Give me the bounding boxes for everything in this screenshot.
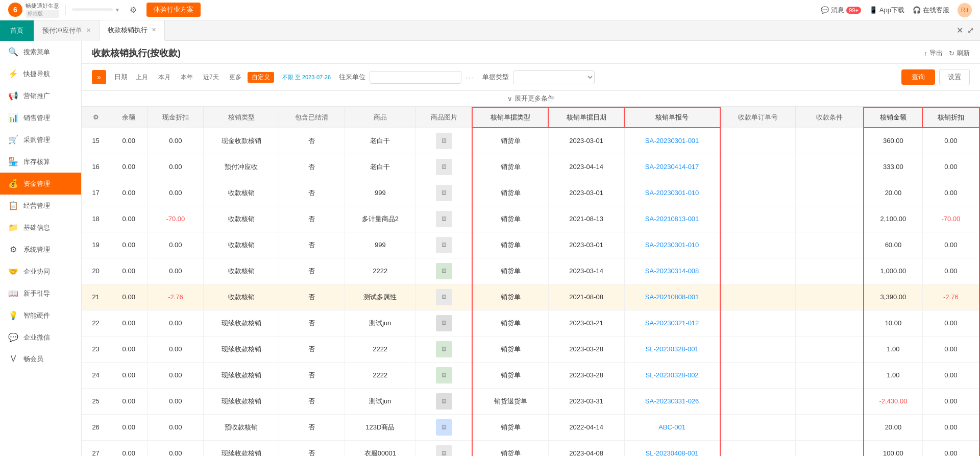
cell-settings-0: 15 <box>82 128 110 154</box>
cell-cancel_amount-8: 1.00 <box>864 336 922 362</box>
content-area: 收款核销执行(按收款) ↑ 导出 ↻ 刷新 » 日期 上月 本月 本 <box>82 41 980 456</box>
product-thumb: 🖼 <box>436 211 452 227</box>
sidebar-item-5[interactable]: 🏪库存核算 <box>0 151 81 173</box>
app-download-button[interactable]: 📱 App下载 <box>869 6 904 15</box>
chevron-down-icon[interactable]: ▼ <box>115 7 120 13</box>
cell-receipt_bill_date-11: 2022-04-14 <box>548 414 624 440</box>
cell-receipt_bill_date-2: 2023-03-01 <box>548 180 624 206</box>
tab-prepay[interactable]: 预付冲应付单 ✕ <box>34 20 100 41</box>
receipt-type-select[interactable] <box>513 70 595 84</box>
bill-no-link[interactable]: SA-20210813-001 <box>645 215 699 223</box>
cell-receipt_condition-11 <box>796 414 864 440</box>
sidebar-item-0[interactable]: 🔍搜索菜单 <box>0 41 81 63</box>
brand-label: 标准版 <box>26 10 59 18</box>
close-all-icon[interactable]: ✕ <box>957 26 963 35</box>
home-tab-label: 首页 <box>10 26 23 35</box>
app-download-label: App下载 <box>879 6 904 15</box>
cell-settings-12: 27 <box>82 440 110 456</box>
sidebar-item-4[interactable]: 🛒采购管理 <box>0 129 81 151</box>
online-service-button[interactable]: 🎧 在线客服 <box>913 6 949 15</box>
from-unit-input[interactable] <box>370 71 461 84</box>
tab-receipt-cancel[interactable]: 收款核销执行 ✕ <box>100 20 165 41</box>
this-year-btn[interactable]: 本年 <box>177 72 197 83</box>
cell-settings-4: 19 <box>82 232 110 258</box>
main-table: ⚙余额现金折扣核销类型包含已结清商品商品图片核销单据类型核销单据日期核销单报号收… <box>82 107 980 456</box>
bill-no-link[interactable]: SL-20230328-001 <box>646 345 699 353</box>
receipt-cancel-tab-close-icon[interactable]: ✕ <box>152 27 156 33</box>
cell-settings-9: 24 <box>82 362 110 388</box>
settings-button[interactable]: 设置 <box>939 69 970 85</box>
cell-settings-5: 20 <box>82 258 110 284</box>
cell-balance-5: 0.00 <box>110 258 148 284</box>
message-badge: 99+ <box>846 7 861 14</box>
cell-cash_discount-5: 0.00 <box>148 258 204 284</box>
bill-no-link[interactable]: SA-20230301-001 <box>645 137 699 145</box>
expand-conditions-button[interactable]: ∨ 展开更多条件 <box>507 94 554 103</box>
bill-no-link[interactable]: SA-20230414-017 <box>645 163 699 171</box>
cell-cash_discount-4: 0.00 <box>148 232 204 258</box>
bill-no-link[interactable]: SL-20230408-001 <box>646 449 699 456</box>
main-layout: 🔍搜索菜单⚡快捷导航📢营销推广📊销售管理🛒采购管理🏪库存核算💰资金管理📋经营管理… <box>0 41 980 456</box>
maximize-icon[interactable]: ⤢ <box>967 26 974 35</box>
query-button[interactable]: 查询 <box>901 69 935 85</box>
cell-settings-2: 17 <box>82 180 110 206</box>
message-button[interactable]: 💬 消息 99+ <box>821 6 861 15</box>
tab-home[interactable]: 首页 <box>0 20 34 41</box>
last-7days-btn[interactable]: 近7天 <box>199 72 223 83</box>
filter-toggle-button[interactable]: » <box>92 70 106 84</box>
prepay-tab-close-icon[interactable]: ✕ <box>86 27 91 34</box>
bill-no-link[interactable]: SA-20230301-010 <box>645 189 699 197</box>
gear-button[interactable]: ⚙ <box>126 3 140 17</box>
cell-receipt_bill_type-7: 销货单 <box>472 310 548 336</box>
refresh-button[interactable]: ↻ 刷新 <box>949 49 970 58</box>
product-thumb: 🖼 <box>436 289 452 305</box>
cell-cancel_discount-4: 0.00 <box>922 232 979 258</box>
custom-date-btn[interactable]: 自定义 <box>248 72 274 83</box>
phone-icon: 📱 <box>869 6 877 14</box>
this-month-btn[interactable]: 本月 <box>154 72 175 83</box>
export-button[interactable]: ↑ 导出 <box>924 49 943 58</box>
cell-cash_discount-2: 0.00 <box>148 180 204 206</box>
sidebar-item-7[interactable]: 📋经营管理 <box>0 195 81 217</box>
cell-product_image-5: 🖼 <box>415 258 472 284</box>
cell-cancel_discount-7: 0.00 <box>922 310 979 336</box>
sidebar-item-6[interactable]: 💰资金管理 <box>0 173 81 195</box>
bill-no-link[interactable]: SA-20210808-001 <box>645 293 699 301</box>
industry-solution-button[interactable]: 体验行业方案 <box>146 3 201 17</box>
bill-no-link[interactable]: SA-20230331-026 <box>645 397 699 405</box>
cell-balance-12: 0.00 <box>110 440 148 456</box>
date-range-display: 不限 至 2023-07-26 <box>282 74 331 81</box>
more-date-btn[interactable]: 更多 <box>225 72 246 83</box>
col-header-receipt_condition: 收款条件 <box>796 107 864 128</box>
cell-receipt_order_no-5 <box>720 258 796 284</box>
sidebar-item-10[interactable]: 🤝企业协同 <box>0 260 81 282</box>
bill-no-link[interactable]: ABC-001 <box>658 423 685 431</box>
cell-receipt_condition-3 <box>796 206 864 232</box>
from-unit-filter-group: 往来单位 ··· <box>339 71 474 84</box>
sidebar-item-8[interactable]: 📁基础信息 <box>0 217 81 238</box>
sidebar-item-9[interactable]: ⚙系统管理 <box>0 238 81 260</box>
bill-no-link[interactable]: SL-20230328-002 <box>646 371 699 379</box>
avatar[interactable]: Rit <box>958 3 972 17</box>
sidebar-item-2[interactable]: 📢营销推广 <box>0 85 81 107</box>
bill-no-link[interactable]: SA-20230314-008 <box>645 267 699 275</box>
cell-include_settled-0: 否 <box>279 128 345 154</box>
sidebar-item-1[interactable]: ⚡快捷导航 <box>0 63 81 85</box>
cell-include_settled-2: 否 <box>279 180 345 206</box>
col-header-include_settled: 包含已结清 <box>279 107 345 128</box>
cell-settings-10: 25 <box>82 388 110 414</box>
bill-no-link[interactable]: SA-20230321-012 <box>645 319 699 327</box>
sidebar-item-12[interactable]: 💡智能硬件 <box>0 304 81 326</box>
bill-no-link[interactable]: SA-20230301-010 <box>645 241 699 249</box>
sidebar-item-11[interactable]: 📖新手引导 <box>0 282 81 304</box>
sidebar-item-14[interactable]: V畅会员 <box>0 348 81 370</box>
cell-include_settled-3: 否 <box>279 206 345 232</box>
sidebar-item-13[interactable]: 💬企业微信 <box>0 326 81 348</box>
cell-cancel_discount-0: 0.00 <box>922 128 979 154</box>
sidebar-item-3[interactable]: 📊销售管理 <box>0 107 81 129</box>
last-month-btn[interactable]: 上月 <box>132 72 152 83</box>
sidebar-icon-1: ⚡ <box>8 69 18 79</box>
cell-receipt_condition-4 <box>796 232 864 258</box>
company-selector[interactable]: ▼ <box>72 7 120 13</box>
cell-receipt_bill_date-10: 2023-03-31 <box>548 388 624 414</box>
